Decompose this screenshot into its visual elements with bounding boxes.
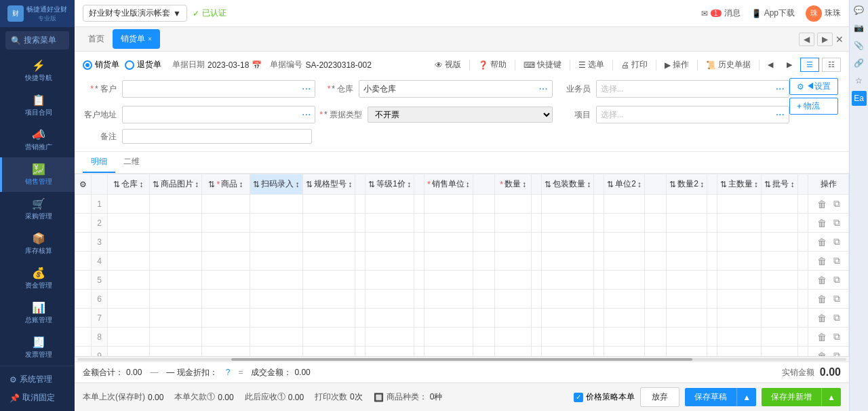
row-goods-8[interactable]	[201, 328, 250, 347]
view-btn[interactable]: 👁 视版	[429, 57, 467, 73]
row-unit-1[interactable]	[424, 195, 473, 214]
row-scan-2[interactable]	[250, 214, 303, 233]
row-mainqty-7[interactable]	[717, 309, 761, 328]
row-packqty-4[interactable]	[542, 252, 594, 271]
row-copy-8[interactable]: ⧉	[831, 330, 842, 343]
row-unit2-9[interactable]	[604, 347, 645, 357]
row-goods-4[interactable]	[201, 252, 250, 271]
row-qty2-4[interactable]	[667, 252, 707, 271]
col-unit-header[interactable]: * 销售单位 ↕	[424, 174, 473, 195]
panel-star-btn[interactable]: ☆	[852, 73, 867, 88]
history-btn[interactable]: 📜 历史单据	[701, 57, 756, 73]
row-delete-3[interactable]: 🗑	[815, 235, 829, 248]
row-packqty-8[interactable]	[542, 328, 594, 347]
row-batch-8[interactable]	[761, 328, 797, 347]
row-image-7[interactable]	[149, 309, 201, 328]
row-packqty-5[interactable]	[542, 271, 594, 290]
col-warehouse-header[interactable]: ⇅ 仓库 ↕	[107, 174, 149, 195]
customer-input[interactable]: ···	[122, 80, 315, 98]
message-btn[interactable]: ✉ 1 消息	[701, 7, 741, 19]
tab-sales-order[interactable]: 销货单 ×	[113, 29, 160, 49]
row-price-6[interactable]	[366, 290, 414, 309]
row-goods-9[interactable]	[201, 347, 250, 357]
row-qty2-2[interactable]	[667, 214, 707, 233]
row-copy-7[interactable]: ⧉	[831, 311, 842, 324]
user-profile[interactable]: 珠 珠珠	[806, 5, 841, 22]
row-delete-8[interactable]: 🗑	[815, 330, 829, 343]
row-packqty-9[interactable]	[542, 347, 594, 357]
col-scan-header[interactable]: ⇅ 扫码录入 ↕	[250, 174, 303, 195]
help-btn[interactable]: ❓ 帮助	[473, 57, 512, 73]
warehouse-input[interactable]: 小卖仓库 ···	[359, 80, 552, 98]
app-download-btn[interactable]: 📱 App下载	[751, 7, 795, 19]
row-spec-9[interactable]	[303, 347, 355, 357]
row-scan-5[interactable]	[250, 271, 303, 290]
row-packqty-1[interactable]	[542, 195, 594, 214]
row-warehouse-1[interactable]	[107, 195, 149, 214]
save-draft-button[interactable]: 保存草稿	[685, 388, 736, 406]
row-unit2-3[interactable]	[604, 233, 645, 252]
tab-close-icon[interactable]: ×	[148, 35, 152, 43]
tab-prev-btn[interactable]: ◀	[799, 33, 814, 46]
row-unit2-4[interactable]	[604, 252, 645, 271]
row-spec-3[interactable]	[303, 233, 355, 252]
row-unit-7[interactable]	[424, 309, 473, 328]
row-copy-5[interactable]: ⧉	[831, 273, 842, 286]
row-goods-3[interactable]	[201, 233, 250, 252]
price-policy-checkbox[interactable]: ✓ 价格策略本单	[574, 391, 635, 403]
help-icon-btn[interactable]: ?	[226, 368, 231, 377]
discard-button[interactable]: 放弃	[640, 387, 679, 407]
row-scan-6[interactable]	[250, 290, 303, 309]
row-unit-2[interactable]	[424, 214, 473, 233]
row-batch-1[interactable]	[761, 195, 797, 214]
row-spec-5[interactable]	[303, 271, 355, 290]
sidebar-item-sales[interactable]: 💹 销售管理	[0, 157, 75, 192]
row-goods-1[interactable]	[201, 195, 250, 214]
col-batch-header[interactable]: ⇅ 批号 ↕	[761, 174, 797, 195]
row-mainqty-4[interactable]	[717, 252, 761, 271]
select-btn[interactable]: ☰ 选单	[573, 57, 610, 73]
row-warehouse-3[interactable]	[107, 233, 149, 252]
row-image-4[interactable]	[149, 252, 201, 271]
prev-doc-btn[interactable]: ◀	[762, 58, 778, 71]
row-warehouse-2[interactable]	[107, 214, 149, 233]
row-goods-6[interactable]	[201, 290, 250, 309]
col-packqty-header[interactable]: ⇅ 包装数量 ↕	[542, 174, 594, 195]
row-copy-2[interactable]: ⧉	[831, 216, 842, 229]
row-unit2-7[interactable]	[604, 309, 645, 328]
row-delete-5[interactable]: 🗑	[815, 273, 829, 286]
row-batch-3[interactable]	[761, 233, 797, 252]
row-qty-2[interactable]	[494, 214, 531, 233]
row-copy-4[interactable]: ⧉	[831, 254, 842, 267]
row-delete-7[interactable]: 🗑	[815, 311, 829, 324]
row-image-8[interactable]	[149, 328, 201, 347]
invoice-select[interactable]: 不开票 增值税普通发票 增值税专用发票	[368, 106, 553, 123]
address-input[interactable]: ···	[122, 106, 315, 123]
row-copy-6[interactable]: ⧉	[831, 292, 842, 305]
row-unit2-5[interactable]	[604, 271, 645, 290]
row-spec-2[interactable]	[303, 214, 355, 233]
row-unit-8[interactable]	[424, 328, 473, 347]
row-delete-4[interactable]: 🗑	[815, 254, 829, 267]
row-unit2-8[interactable]	[604, 328, 645, 347]
row-warehouse-5[interactable]	[107, 271, 149, 290]
row-spec-6[interactable]	[303, 290, 355, 309]
sidebar-item-marketing[interactable]: 📣 营销推广	[0, 123, 75, 157]
row-delete-2[interactable]: 🗑	[815, 216, 829, 229]
panel-chat-btn[interactable]: 💬	[852, 3, 867, 18]
setup-button[interactable]: ⚙ ◀设置	[789, 78, 838, 95]
row-qty-1[interactable]	[494, 195, 531, 214]
col-qty-header[interactable]: * 数量 ↕	[494, 174, 531, 195]
tab-detail[interactable]: 明细	[83, 152, 115, 173]
sidebar-item-inventory[interactable]: 📦 库存核算	[0, 227, 75, 261]
row-qty2-8[interactable]	[667, 328, 707, 347]
sidebar-item-project[interactable]: 📋 项目合同	[0, 88, 75, 123]
row-warehouse-4[interactable]	[107, 252, 149, 271]
row-batch-2[interactable]	[761, 214, 797, 233]
search-menu-button[interactable]: 🔍 搜索菜单	[5, 31, 69, 50]
notes-input[interactable]	[122, 129, 312, 144]
row-price-5[interactable]	[366, 271, 414, 290]
row-unit-3[interactable]	[424, 233, 473, 252]
row-packqty-3[interactable]	[542, 233, 594, 252]
row-qty2-7[interactable]	[667, 309, 707, 328]
